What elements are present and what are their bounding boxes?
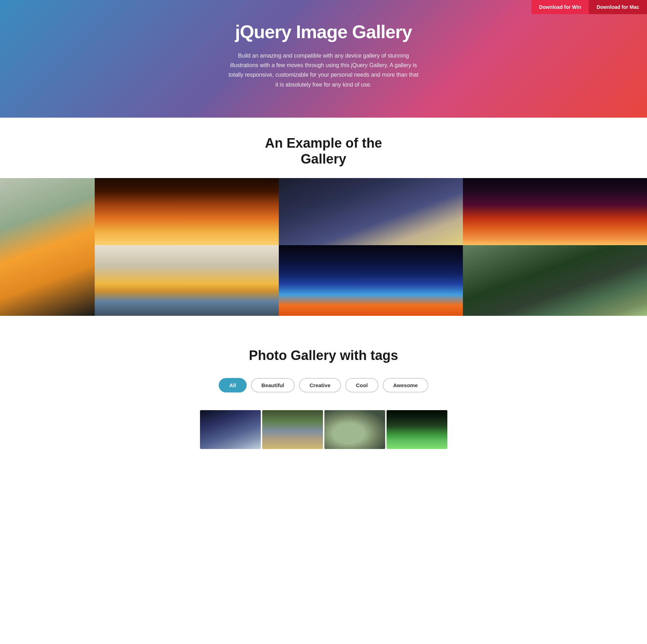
tag-cool-button[interactable]: Cool	[345, 378, 378, 392]
tagged-photo-2[interactable]	[262, 410, 323, 449]
tags-bar: All Beautiful Creative Cool Awesome	[7, 378, 640, 392]
photo-clouds[interactable]	[279, 178, 463, 245]
tag-creative-button[interactable]: Creative	[299, 378, 341, 392]
tag-all-button[interactable]: All	[219, 378, 247, 392]
photo-sunset2[interactable]	[463, 178, 647, 245]
tag-beautiful-button[interactable]: Beautiful	[251, 378, 295, 392]
tag-awesome-button[interactable]: Awesome	[383, 378, 429, 392]
tagged-photo-1[interactable]	[200, 410, 261, 449]
tagged-photos-grid	[200, 410, 447, 449]
mosaic-grid	[0, 178, 647, 316]
photo-sunset[interactable]	[95, 178, 279, 245]
hero-section: Download for Win Download for Mac jQuery…	[0, 0, 647, 118]
tags-gallery-section: Photo Gallery with tags All Beautiful Cr…	[0, 330, 647, 460]
download-bar: Download for Win Download for Mac	[531, 0, 647, 14]
download-win-button[interactable]: Download for Win	[531, 0, 589, 14]
photo-bus[interactable]	[95, 245, 279, 316]
photo-mountain[interactable]	[463, 245, 647, 316]
tagged-photo-4[interactable]	[387, 410, 447, 449]
gallery-example-section: An Example of the Gallery	[0, 118, 647, 330]
hero-description: Build an amazing and compatible with any…	[228, 51, 419, 89]
download-mac-button[interactable]: Download for Mac	[589, 0, 647, 14]
hero-title: jQuery Image Gallery	[7, 21, 640, 42]
photo-city[interactable]	[279, 245, 463, 316]
gallery-example-title: An Example of the Gallery	[0, 135, 647, 167]
tags-section-title: Photo Gallery with tags	[7, 348, 640, 364]
photo-car[interactable]	[0, 178, 95, 316]
tagged-photo-3[interactable]	[324, 410, 385, 449]
